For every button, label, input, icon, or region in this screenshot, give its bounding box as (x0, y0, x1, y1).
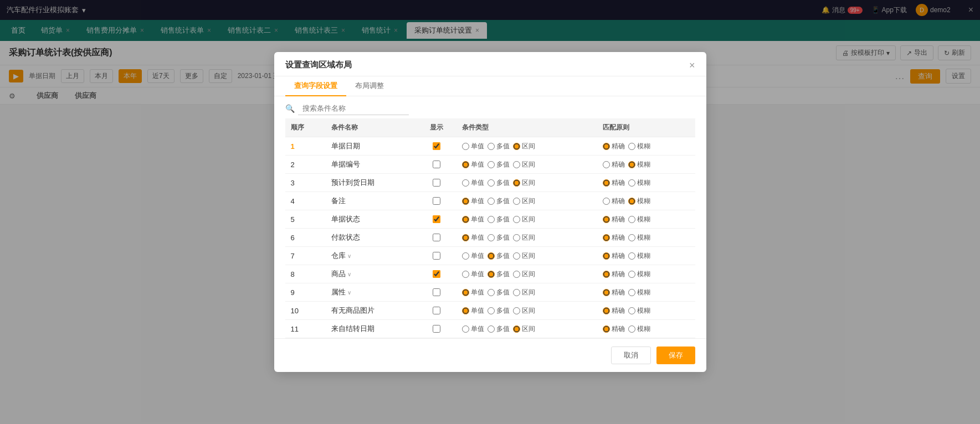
display-checkbox[interactable] (433, 307, 440, 314)
row-display-cell (416, 174, 456, 192)
type-option-多值[interactable]: 多值 (488, 306, 510, 316)
match-option-精确[interactable]: 精确 (603, 160, 625, 169)
type-option-多值[interactable]: 多值 (488, 251, 510, 261)
display-checkbox[interactable] (433, 179, 440, 187)
match-option-模糊[interactable]: 模糊 (628, 197, 650, 206)
match-option-精确[interactable]: 精确 (603, 197, 625, 206)
condition-dropdown-icon[interactable]: ∨ (347, 289, 351, 296)
condition-name-label: 商品 (331, 270, 346, 278)
table-row: 7仓库 ∨单值多值区间精确模糊 (285, 247, 695, 265)
match-option-模糊[interactable]: 模糊 (628, 215, 650, 224)
row-condition-name: 付款状态 (326, 229, 416, 247)
modal-tab-layout[interactable]: 布局调整 (346, 76, 393, 96)
conditions-table: 顺序 条件名称 显示 条件类型 匹配原则 1单据日期单值多值区间精确模糊2单据编… (285, 118, 695, 338)
row-display-cell (416, 229, 456, 247)
type-option-单值[interactable]: 单值 (462, 160, 484, 169)
type-option-单值[interactable]: 单值 (462, 142, 484, 151)
match-option-模糊[interactable]: 模糊 (628, 324, 650, 334)
display-checkbox[interactable] (433, 234, 440, 241)
match-option-模糊[interactable]: 模糊 (628, 270, 650, 279)
row-type-cell: 单值多值区间 (456, 283, 597, 302)
condition-dropdown-icon[interactable]: ∨ (347, 271, 351, 277)
type-option-单值[interactable]: 单值 (462, 324, 484, 334)
match-option-精确[interactable]: 精确 (603, 215, 625, 224)
row-condition-name: 属性 ∨ (326, 283, 416, 302)
type-option-区间[interactable]: 区间 (513, 233, 535, 242)
row-match-cell: 精确模糊 (597, 283, 695, 302)
type-option-单值[interactable]: 单值 (462, 215, 484, 224)
display-checkbox[interactable] (433, 197, 440, 205)
type-option-单值[interactable]: 单值 (462, 233, 484, 242)
table-row: 3预计到货日期单值多值区间精确模糊 (285, 174, 695, 192)
match-option-模糊[interactable]: 模糊 (628, 142, 650, 151)
display-checkbox[interactable] (433, 288, 440, 296)
match-option-模糊[interactable]: 模糊 (628, 306, 650, 316)
search-input[interactable] (298, 102, 409, 115)
type-option-多值[interactable]: 多值 (488, 324, 510, 334)
type-option-多值[interactable]: 多值 (488, 215, 510, 224)
type-option-区间[interactable]: 区间 (513, 160, 535, 169)
match-option-精确[interactable]: 精确 (603, 233, 625, 242)
match-option-精确[interactable]: 精确 (603, 270, 625, 279)
type-option-区间[interactable]: 区间 (513, 142, 535, 151)
type-option-单值[interactable]: 单值 (462, 197, 484, 206)
type-option-区间[interactable]: 区间 (513, 251, 535, 261)
match-option-精确[interactable]: 精确 (603, 178, 625, 188)
row-condition-name: 来自结转日期 (326, 320, 416, 338)
type-option-单值[interactable]: 单值 (462, 178, 484, 188)
row-order: 11 (285, 320, 326, 338)
condition-dropdown-icon[interactable]: ∨ (347, 253, 351, 259)
row-match-cell: 精确模糊 (597, 156, 695, 174)
display-checkbox[interactable] (433, 252, 440, 260)
modal-footer: 取消 保存 (274, 338, 706, 372)
type-option-区间[interactable]: 区间 (513, 288, 535, 297)
row-display-cell (416, 210, 456, 229)
type-option-多值[interactable]: 多值 (488, 142, 510, 151)
type-option-多值[interactable]: 多值 (488, 288, 510, 297)
match-option-精确[interactable]: 精确 (603, 251, 625, 261)
type-option-多值[interactable]: 多值 (488, 233, 510, 242)
type-option-多值[interactable]: 多值 (488, 160, 510, 169)
match-option-模糊[interactable]: 模糊 (628, 288, 650, 297)
row-type-cell: 单值多值区间 (456, 192, 597, 210)
type-option-区间[interactable]: 区间 (513, 324, 535, 334)
type-option-区间[interactable]: 区间 (513, 270, 535, 279)
match-option-模糊[interactable]: 模糊 (628, 178, 650, 188)
match-option-模糊[interactable]: 模糊 (628, 160, 650, 169)
type-option-多值[interactable]: 多值 (488, 178, 510, 188)
row-order: 7 (285, 247, 326, 265)
display-checkbox[interactable] (433, 270, 440, 278)
row-type-cell: 单值多值区间 (456, 247, 597, 265)
type-option-单值[interactable]: 单值 (462, 306, 484, 316)
modal-close-btn[interactable]: × (689, 60, 695, 70)
match-option-精确[interactable]: 精确 (603, 288, 625, 297)
type-option-单值[interactable]: 单值 (462, 251, 484, 261)
col-order: 顺序 (285, 118, 326, 137)
row-condition-name: 单据编号 (326, 156, 416, 174)
match-option-精确[interactable]: 精确 (603, 324, 625, 334)
display-checkbox[interactable] (433, 142, 440, 150)
display-checkbox[interactable] (433, 325, 440, 333)
cancel-btn[interactable]: 取消 (611, 347, 651, 364)
type-option-单值[interactable]: 单值 (462, 288, 484, 297)
modal-search-bar: 🔍 (274, 96, 706, 118)
type-option-区间[interactable]: 区间 (513, 197, 535, 206)
type-option-区间[interactable]: 区间 (513, 178, 535, 188)
type-option-单值[interactable]: 单值 (462, 270, 484, 279)
type-option-区间[interactable]: 区间 (513, 306, 535, 316)
display-checkbox[interactable] (433, 161, 440, 168)
row-match-cell: 精确模糊 (597, 320, 695, 338)
match-option-模糊[interactable]: 模糊 (628, 251, 650, 261)
type-option-多值[interactable]: 多值 (488, 197, 510, 206)
type-option-区间[interactable]: 区间 (513, 215, 535, 224)
col-name: 条件名称 (326, 118, 416, 137)
match-option-精确[interactable]: 精确 (603, 142, 625, 151)
match-option-精确[interactable]: 精确 (603, 306, 625, 316)
save-btn[interactable]: 保存 (656, 347, 695, 364)
type-option-多值[interactable]: 多值 (488, 270, 510, 279)
display-checkbox[interactable] (433, 215, 440, 223)
match-option-模糊[interactable]: 模糊 (628, 233, 650, 242)
modal-tab-query-fields[interactable]: 查询字段设置 (285, 76, 346, 96)
row-condition-name: 单据状态 (326, 210, 416, 229)
modal-header: 设置查询区域布局 × (274, 52, 706, 76)
